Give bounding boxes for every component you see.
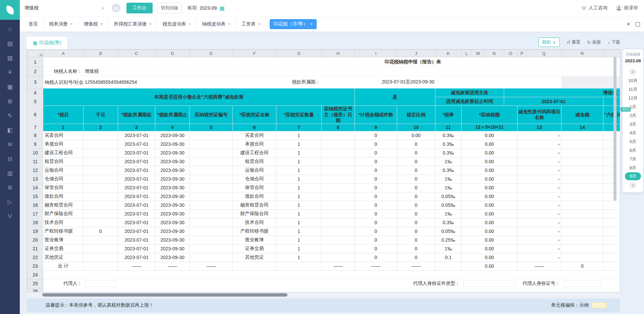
row-number[interactable]: 6 xyxy=(28,106,43,124)
agent-id-type-input[interactable] xyxy=(463,280,516,287)
voucher-no-cell[interactable] xyxy=(190,140,233,148)
voucher-qty-cell[interactable]: 1 xyxy=(276,183,322,192)
tax-due-cell[interactable]: 0.00 xyxy=(462,244,518,253)
column-title-cell[interactable]: *税款所属期止 xyxy=(155,106,190,124)
column-header[interactable]: Q xyxy=(527,50,561,57)
voucher-no-cell[interactable] xyxy=(190,148,233,157)
sub-item-cell[interactable] xyxy=(84,166,118,175)
amount-cell[interactable]: 0 xyxy=(355,253,397,262)
row-number[interactable]: 5 xyxy=(28,97,43,106)
month-item[interactable]: 8月 xyxy=(623,164,643,172)
voucher-qty-cell[interactable]: 1 xyxy=(276,148,322,157)
period-end-cell[interactable]: 2023-09-30 xyxy=(155,201,190,209)
period-start-cell[interactable]: 2023-07-01 xyxy=(118,131,155,140)
month-item[interactable]: 10月 xyxy=(623,76,643,85)
row-number[interactable]: 16 xyxy=(28,201,43,209)
voucher-no-cell[interactable] xyxy=(190,227,233,236)
voucher-qty-cell[interactable]: 1 xyxy=(276,131,322,140)
row-number[interactable]: 12 xyxy=(28,166,43,175)
close-icon[interactable]: × xyxy=(100,21,103,26)
column-header[interactable]: I xyxy=(355,50,397,57)
column-header[interactable]: P xyxy=(518,50,527,57)
deduction-code-select[interactable]: ▾ xyxy=(518,244,561,253)
close-icon[interactable]: × xyxy=(228,21,230,26)
period-end-cell[interactable]: 2023-09-30 xyxy=(155,140,190,148)
support-link[interactable]: ☏ 人工咨询 xyxy=(581,5,607,11)
horizontal-scrollbar[interactable] xyxy=(27,293,620,297)
voucher-name-cell[interactable]: 仓储合同 xyxy=(233,175,276,183)
column-header[interactable]: M xyxy=(472,50,484,57)
cell[interactable] xyxy=(84,279,118,288)
voucher-qty-cell[interactable]: 1 xyxy=(276,166,322,175)
column-number-cell[interactable]: 9 xyxy=(355,124,397,131)
tax-due-cell[interactable]: 0.00 xyxy=(462,140,518,148)
cell[interactable] xyxy=(603,131,621,140)
deduction-amount-cell[interactable] xyxy=(561,227,603,236)
ratio-cell[interactable]: 0 xyxy=(397,253,435,262)
row-number[interactable]: 14 xyxy=(28,183,43,192)
column-number-cell[interactable]: 14 xyxy=(561,124,603,131)
amount-cell[interactable]: 0 xyxy=(355,218,397,227)
cell[interactable] xyxy=(561,76,621,88)
month-item[interactable]: 7月 xyxy=(623,155,643,164)
period-start-cell[interactable]: 2023-07-01 xyxy=(118,218,155,227)
column-number-cell[interactable]: 1 xyxy=(43,124,84,131)
sub-item-cell[interactable] xyxy=(84,148,118,157)
deduction-code-select[interactable]: ▾ xyxy=(518,175,561,183)
tax-item-cell[interactable]: 产权转移书据 xyxy=(43,227,84,236)
voucher-name-cell[interactable]: 营业账簿 xyxy=(233,236,276,244)
tax-item-cell[interactable]: 证券交易 xyxy=(43,244,84,253)
sub-item-cell[interactable] xyxy=(84,183,118,192)
tab-2[interactable]: 增值税× xyxy=(78,16,109,32)
home-icon[interactable]: ⌂ xyxy=(0,24,20,34)
cell[interactable] xyxy=(603,201,621,209)
tax-calc-icon[interactable]: ¥ xyxy=(0,68,20,77)
policy-header-cell[interactable]: 本期是否适用小微企业“六税两费”减免政策 xyxy=(43,88,355,106)
amount-cell[interactable]: 0 xyxy=(355,166,397,175)
column-title-cell[interactable]: *税款所属期起 xyxy=(118,106,155,124)
tax-item-cell[interactable]: 买卖合同 xyxy=(43,131,84,140)
cell[interactable] xyxy=(603,244,621,253)
period-start-cell[interactable]: 2023-07-01 xyxy=(118,192,155,201)
sub-item-cell[interactable] xyxy=(84,192,118,201)
tax-period-value[interactable]: 2023-07-01至2023-09-30 xyxy=(355,76,462,88)
voucher-no-cell[interactable] xyxy=(190,253,233,262)
tab-1[interactable]: 税表清册× xyxy=(44,16,78,32)
sub-item-cell[interactable] xyxy=(84,244,118,253)
tax-item-cell[interactable]: 承揽合同 xyxy=(43,140,84,148)
cell[interactable] xyxy=(603,124,621,131)
user-menu[interactable]: 徐泽华 xyxy=(616,5,638,11)
policy-time-label-cell[interactable]: 适用减免政策起止时间 xyxy=(435,97,504,106)
rate-cell[interactable]: 0.05‰ xyxy=(435,201,462,209)
edit-icon[interactable]: ✎ xyxy=(0,111,20,120)
taxpayer-id-value[interactable]: 12554585554554656254 xyxy=(84,76,233,88)
row-number[interactable]: 3 xyxy=(28,76,43,88)
voucher-qty-cell[interactable]: 1 xyxy=(276,253,322,262)
voucher-name-cell[interactable]: 融资租赁合同 xyxy=(233,201,276,209)
issue-date-cell[interactable] xyxy=(322,192,355,201)
issue-date-cell[interactable] xyxy=(322,244,355,253)
period-start-cell[interactable]: 2023-07-01 xyxy=(118,183,155,192)
amount-cell[interactable]: 0 xyxy=(355,227,397,236)
period-end-cell[interactable]: 2023-09-30 xyxy=(155,157,190,166)
period-end-cell[interactable]: 2023-09-30 xyxy=(155,236,190,244)
workbench-button[interactable]: 工作台 xyxy=(126,3,153,13)
row-number[interactable]: 1 xyxy=(28,57,43,67)
cell[interactable]: —— xyxy=(190,262,233,270)
tax-item-cell[interactable]: 仓储合同 xyxy=(43,175,84,183)
cell[interactable] xyxy=(603,262,621,270)
ratio-cell[interactable]: 0 xyxy=(397,192,435,201)
column-header[interactable]: H xyxy=(322,50,355,57)
period-end-cell[interactable]: 2023-09-30 xyxy=(155,218,190,227)
deduction-amount-cell[interactable] xyxy=(561,253,603,262)
fullscreen-icon[interactable] xyxy=(636,22,640,26)
sub-item-cell[interactable] xyxy=(84,209,118,218)
voucher-name-cell[interactable]: 买卖合同 xyxy=(233,131,276,140)
column-header[interactable]: D xyxy=(155,50,190,57)
tax-item-cell[interactable]: 其他凭证 xyxy=(43,253,84,262)
ratio-cell[interactable]: 0 xyxy=(397,236,435,244)
tax-due-cell[interactable]: 0.00 xyxy=(462,148,518,157)
cell[interactable] xyxy=(603,157,621,166)
period-end-cell[interactable]: 2023-09-30 xyxy=(155,227,190,236)
voucher-name-cell[interactable]: 借款合同 xyxy=(233,192,276,201)
